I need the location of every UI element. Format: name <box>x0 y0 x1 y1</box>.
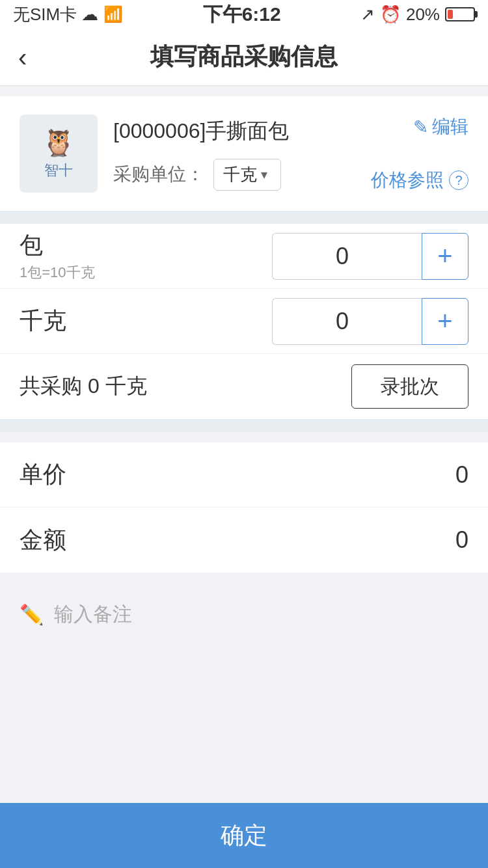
kg-plus-button[interactable]: + <box>422 298 468 345</box>
kg-input[interactable] <box>272 298 422 345</box>
input-section: 包 1包=10千克 + 千克 + <box>0 224 488 354</box>
product-thumb-text: 智十 <box>44 161 73 180</box>
note-placeholder: 输入备注 <box>54 601 132 628</box>
status-right: ↗ ⏰ 20% <box>360 5 475 25</box>
back-button[interactable]: ‹ <box>18 44 27 70</box>
bag-field-wrap: + <box>272 233 468 280</box>
total-unit: 千克 <box>105 374 147 398</box>
bag-sub-label: 1包=10千克 <box>20 263 111 282</box>
chevron-down-icon: ▾ <box>261 167 267 182</box>
bag-plus-button[interactable]: + <box>422 233 468 280</box>
kg-label-group: 千克 <box>20 305 111 337</box>
bag-input[interactable] <box>272 233 422 280</box>
edit-label: 编辑 <box>432 115 468 139</box>
pencil-icon: ✏️ <box>20 603 44 626</box>
divider-band-1 <box>0 211 488 224</box>
alarm-icon: ⏰ <box>380 5 401 25</box>
batch-button[interactable]: 录批次 <box>351 364 468 409</box>
total-label: 共采购 0 千克 <box>20 372 147 401</box>
unit-value: 千克 <box>223 163 257 186</box>
unit-price-value: 0 <box>455 461 468 489</box>
kg-label: 千克 <box>20 305 111 337</box>
total-value: 0 <box>88 374 100 398</box>
amount-row: 金额 0 <box>0 508 488 573</box>
battery-percent: 20% <box>406 5 440 25</box>
confirm-button[interactable]: 确定 <box>0 803 488 868</box>
amount-label: 金额 <box>20 524 66 556</box>
page-title: 填写商品采购信息 <box>150 41 338 73</box>
status-left: 无SIM卡 ☁ 📶 <box>13 3 123 26</box>
edit-link[interactable]: ✎ 编辑 <box>413 115 468 139</box>
bag-input-row: 包 1包=10千克 + <box>0 224 488 289</box>
sim-label: 无SIM卡 ☁ <box>13 3 98 26</box>
kg-field-wrap: + <box>272 298 468 345</box>
status-time: 下午6:12 <box>203 1 281 28</box>
info-icon: ? <box>449 170 468 190</box>
unit-select[interactable]: 千克 ▾ <box>213 159 281 191</box>
product-card: 🦉 智十 [0000006]手撕面包 采购单位： 千克 ▾ ✎ 编辑 价格参照 … <box>0 96 488 211</box>
price-ref-label: 价格参照 <box>371 168 444 193</box>
bag-label: 包 <box>20 230 111 262</box>
wifi-icon: 📶 <box>103 5 123 23</box>
amount-value: 0 <box>455 526 468 554</box>
unit-price-row: 单价 0 <box>0 442 488 508</box>
confirm-label: 确定 <box>221 820 267 852</box>
battery-icon <box>445 7 475 21</box>
kg-input-row: 千克 + <box>0 289 488 354</box>
price-section: 单价 0 金额 0 <box>0 442 488 573</box>
unit-label: 采购单位： <box>113 162 204 187</box>
note-section[interactable]: ✏️ 输入备注 <box>0 583 488 646</box>
edit-icon: ✎ <box>413 116 428 138</box>
product-thumbnail: 🦉 智十 <box>20 115 98 193</box>
status-bar: 无SIM卡 ☁ 📶 下午6:12 ↗ ⏰ 20% <box>0 0 488 29</box>
nav-bar: ‹ 填写商品采购信息 <box>0 29 488 86</box>
divider-band-2 <box>0 419 488 432</box>
product-thumb-icon: 🦉 <box>42 128 75 158</box>
unit-price-label: 单价 <box>20 459 66 491</box>
bag-label-group: 包 1包=10千克 <box>20 230 111 282</box>
location-icon: ↗ <box>360 5 375 25</box>
total-row: 共采购 0 千克 录批次 <box>0 354 488 419</box>
price-ref-link[interactable]: 价格参照 ? <box>371 168 468 193</box>
